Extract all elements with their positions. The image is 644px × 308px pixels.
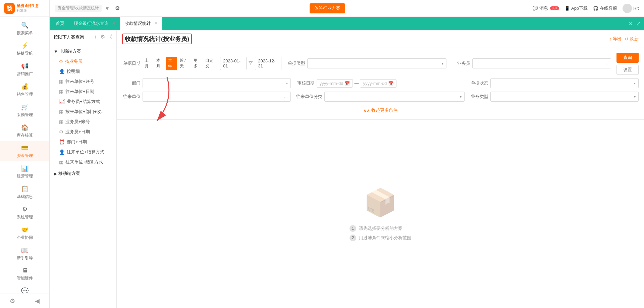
scheme-item-salesman-date[interactable]: ⚙ 业务员+日期 <box>50 127 116 137</box>
empty-hint-1: 1 请先选择要分析的方案 <box>350 225 411 232</box>
tab-bank-flow-close[interactable]: ✕ <box>112 21 115 26</box>
scheme-group-mobile-header[interactable]: ▶ 移动端方案 <box>50 168 116 178</box>
scheme-item-salesman-account[interactable]: ▦ 业务员+账号 <box>50 117 116 127</box>
sidebar-bottom: ⚙ ◀ <box>0 294 49 308</box>
tab-home[interactable]: 首页 <box>51 17 69 30</box>
query-biz-type-item: 业务类型 ▾ <box>470 92 639 102</box>
settings-bottom-icon[interactable]: ⚙ <box>10 297 15 305</box>
sidebar-item-enterprise[interactable]: 🤝 企业协同 <box>0 223 49 243</box>
scheme-item-unit-account[interactable]: ▦ 往来单位+账号 <box>50 76 116 87</box>
system-icon: ⚙ <box>22 206 28 213</box>
hint-num-1: 1 <box>350 225 356 232</box>
date-tab-custom[interactable]: 自定义 <box>203 57 218 70</box>
guide-icon: 📖 <box>21 247 29 254</box>
logo-text: 畅捷通好生意 标准版 <box>17 3 39 13</box>
counterpart-category-select[interactable]: ▾ <box>324 92 465 102</box>
scheme-detail-icon: 👤 <box>59 69 65 74</box>
tab-expand-icon[interactable]: ⤢ <box>636 20 641 27</box>
tab-receipt-stats[interactable]: 收款情况统计 ✕ <box>120 17 162 30</box>
sidebar-item-purchase[interactable]: 🛒 采购管理 <box>0 100 49 120</box>
query-btn[interactable]: 查询 <box>616 53 639 63</box>
date-tab-last7[interactable]: 近7天 <box>178 57 191 70</box>
enterprise-icon: 🤝 <box>21 226 29 234</box>
query-buttons: 查询 设置 <box>616 53 639 75</box>
scheme-settings-icon[interactable]: ⚙ <box>100 34 105 41</box>
sidebar-item-guide[interactable]: 📖 新手引导 <box>0 243 49 264</box>
sidebar-nav: 🔍 搜索菜单 ⚡ 快捷导航 📢 营销推广 💰 销售管理 🛒 采购管理 🏠 库存核… <box>0 17 49 294</box>
topbar-center-actions: 体验行业方案 <box>310 3 345 13</box>
query-review-date-item: 审核日期 yyyy-mm-dd 📅 — yyyy-mm-dd 📅 <box>296 79 465 88</box>
date-tab-more[interactable]: 更多 <box>192 57 203 70</box>
logo-area: 畅 畅捷通好生意 标准版 <box>0 0 49 17</box>
sidebar-item-marketing[interactable]: 📢 营销推广 <box>0 59 49 80</box>
doc-status-select[interactable]: ▾ <box>490 78 639 88</box>
collapse-panel-icon[interactable]: 《 <box>107 34 112 41</box>
empty-hint-2: 2 用过滤条件来缩小分析范围 <box>350 235 411 241</box>
date-tab-this-year[interactable]: 本年 <box>166 57 177 70</box>
messages-btn[interactable]: 💬 消息 99+ <box>533 5 559 11</box>
dept-arrow-icon: ▾ <box>286 82 288 85</box>
scheme-salesman-account-icon: ▦ <box>59 119 63 124</box>
user-area[interactable]: Rit <box>623 4 639 13</box>
scheme-item-salesman-settle[interactable]: 📈 业务员+结算方式 <box>50 97 116 107</box>
sidebar-item-sales[interactable]: 💰 销售管理 <box>0 80 49 100</box>
salesman-input[interactable]: ··· <box>472 58 611 68</box>
query-row-2: 部门 ▾ 审核日期 yyyy-mm-dd 📅 <box>122 78 639 88</box>
sidebar-item-system[interactable]: ⚙ 系统管理 <box>0 202 49 223</box>
add-scheme-icon[interactable]: ＋ <box>93 34 98 41</box>
sidebar-item-wechat[interactable]: 💬 企业微信 <box>0 284 49 294</box>
sidebar-item-operation[interactable]: 📊 经营管理 <box>0 161 49 182</box>
settings-btn[interactable]: ⚙ <box>113 4 122 13</box>
sidebar-item-inventory[interactable]: 🏠 库存核算 <box>0 120 49 141</box>
dept-select[interactable]: ▾ <box>143 78 291 88</box>
biz-type-select[interactable]: ▾ <box>490 92 639 102</box>
export-btn[interactable]: ↑ 导出 <box>609 36 622 42</box>
collapse-sidebar-icon[interactable]: ◀ <box>35 297 40 305</box>
scheme-item-unit-settle1[interactable]: 👤 往来单位+结算方式 <box>50 147 116 157</box>
sidebar-item-hardware[interactable]: 🖥 智能硬件 <box>0 264 49 284</box>
scheme-item-by-salesman[interactable]: ⊙ 按业务员 <box>50 56 116 66</box>
scheme-item-unit-settle2[interactable]: ▦ 往来单位+结算方式 <box>50 157 116 167</box>
tab-receipt-stats-close[interactable]: ✕ <box>154 21 158 26</box>
doc-type-select[interactable]: ▾ <box>307 58 446 68</box>
tab-bank-flow[interactable]: 现金银行流水查询 ✕ <box>69 17 120 30</box>
basic-icon: 📋 <box>21 185 29 193</box>
page-title: 收款情况统计(按业务员) <box>122 34 192 44</box>
sidebar-item-capital[interactable]: 💳 资金管理 <box>0 141 49 161</box>
scheme-item-unit-date[interactable]: ▦ 往来单位+日期 <box>50 87 116 97</box>
tab-close-all-icon[interactable]: ✕ <box>629 20 633 27</box>
sidebar-item-search-menu[interactable]: 🔍 搜索菜单 <box>0 18 49 39</box>
scheme-item-unit-dept[interactable]: ▦ 按来单位+部门+收... <box>50 107 116 117</box>
counterpart-input[interactable]: ··· <box>143 92 291 102</box>
trial-btn[interactable]: 体验行业方案 <box>310 3 345 13</box>
date-tab-this-month[interactable]: 本月 <box>154 57 165 70</box>
scheme-item-by-detail[interactable]: 👤 按明细 <box>50 66 116 76</box>
review-date-start[interactable]: yyyy-mm-dd 📅 <box>317 79 353 88</box>
date-start-input[interactable]: 2023-01-01 <box>220 57 247 70</box>
filter-panel-actions: ＋ ⚙ 《 <box>93 34 112 41</box>
main-area: 资金管理/收款情况统计 ▾ ⚙ 体验行业方案 💬 消息 99+ 📱 App下载 … <box>50 0 644 308</box>
date-end-input[interactable]: 2023-12-31 <box>255 57 281 70</box>
sidebar-item-quick-nav[interactable]: ⚡ 快捷导航 <box>0 39 49 59</box>
filter-panel-title: 按以下方案查询 <box>54 34 84 40</box>
breadcrumb-dropdown-icon[interactable]: ▾ <box>106 5 109 12</box>
query-area: 单据日期 上月 本月 本年 近7天 更多 自定义 2023- <box>117 48 644 120</box>
date-tab-last-month[interactable]: 上月 <box>143 57 154 70</box>
scheme-item-dept-date[interactable]: ⏰ 部门+日期 <box>50 137 116 147</box>
wechat-icon: 💬 <box>21 287 29 294</box>
sales-icon: 💰 <box>21 83 29 90</box>
scheme-unit-date-icon: ▦ <box>59 89 63 94</box>
refresh-btn[interactable]: ↺ 刷新 <box>625 36 639 42</box>
query-doc-status-item: 单据状态 ▾ <box>470 78 639 88</box>
review-date-end[interactable]: yyyy-mm-dd 📅 <box>360 79 396 88</box>
sidebar-item-basic[interactable]: 📋 基础信息 <box>0 182 49 202</box>
online-service-btn[interactable]: 🎧 在线客服 <box>593 5 617 11</box>
query-dept-item: 部门 ▾ <box>122 78 291 88</box>
app-download-btn[interactable]: 📱 App下载 <box>565 5 588 11</box>
scheme-group-desktop-header[interactable]: ▼ 电脑端方案 <box>50 46 116 56</box>
calendar-end-icon: 📅 <box>388 81 393 86</box>
calendar-start-icon: 📅 <box>344 81 350 86</box>
empty-state: 📦 1 请先选择要分析的方案 2 用过滤条件来缩小分析范围 <box>117 120 644 308</box>
collapse-conditions-btn[interactable]: ∧∧ 收起更多条件 <box>122 105 639 115</box>
setting-btn[interactable]: 设置 <box>616 65 639 75</box>
